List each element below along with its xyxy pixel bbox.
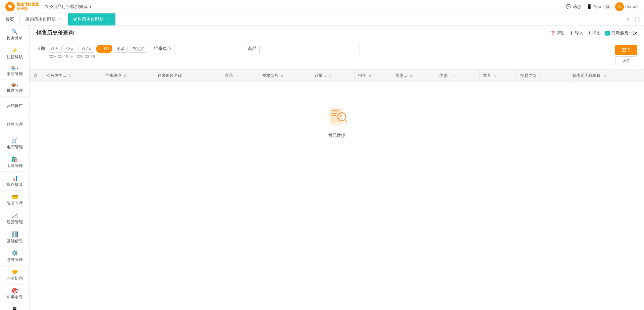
col-partner-name-label: 往来单位名称 [158, 73, 182, 78]
data-table: ⚙ 业务发生... ⇅ 往来单位 ⇅ 往来单位名称 ⇅ [30, 70, 644, 82]
import-btn[interactable]: ⬆ 导入 [570, 30, 583, 36]
col-partner-name[interactable]: 往来单位名称 ⇅ [154, 70, 221, 82]
purchase-icon: 🛍️ [11, 156, 18, 162]
download-btn[interactable]: 📱 App下载 [587, 4, 610, 10]
col-trade-type[interactable]: 交易类型 ⇅ [517, 70, 569, 82]
tab-sales-history[interactable]: 销售历史价跟踪 ✕ [68, 13, 116, 25]
sidebar-item-basic-info[interactable]: ℹ️ 基础信息 [0, 228, 29, 247]
product-input[interactable]: ... [259, 45, 360, 54]
col-biz-date-sort: ⇅ [68, 74, 71, 78]
only-last-checkbox-area[interactable]: ✓ 只看最后一次 [605, 30, 637, 36]
setting-button[interactable]: 设置 [615, 56, 637, 65]
only-last-checkbox[interactable]: ✓ [605, 31, 610, 36]
main-layout: 🔍 搜索菜单 ⚡ 快捷导航 🏪 ▾ 零售管理 📦 ▴ 批发管理 营销推广 销售管… [0, 25, 644, 310]
user-area[interactable]: D demo2 [615, 2, 639, 11]
tab-sales-close[interactable]: ✕ [107, 17, 110, 21]
sidebar-item-finance[interactable]: 💳 资金管理 [0, 191, 29, 209]
product-filter-group: 商品 ... [248, 45, 360, 54]
sidebar-item-guide[interactable]: 🎯 新手引导 [0, 285, 29, 303]
date-btn-7days[interactable]: 近7天 [78, 45, 95, 53]
guide-icon: 🎯 [11, 288, 18, 294]
tab-close-btn[interactable]: ✕ [624, 15, 632, 23]
tab-maximize-btn[interactable]: ⛶ [633, 15, 641, 23]
date-options: 昨天 今天 近7天 近1月 更多 自定义 2023-02-18 至 2023-0… [48, 45, 147, 60]
sidebar-item-quick-nav[interactable]: ⚡ 快捷导航 [0, 44, 29, 63]
filter-row: 日期 昨天 今天 近7天 近1月 更多 自定义 2023-02-18 至 202… [36, 45, 637, 65]
col-product[interactable]: 商品 ⇅ [221, 70, 259, 82]
col-price[interactable]: 报价 ⇅ [355, 70, 392, 82]
sidebar-item-inventory[interactable]: 📊 库存核算 [0, 172, 29, 191]
tab-home[interactable]: 首页 [0, 13, 20, 25]
date-range: 2023-02-18 至 2023-03-18 [48, 54, 147, 60]
col-partner-name-sort: ⇅ [184, 74, 187, 78]
svg-rect-2 [331, 110, 339, 111]
svg-rect-4 [331, 115, 336, 116]
sidebar: 🔍 搜索菜单 ⚡ 快捷导航 🏪 ▾ 零售管理 📦 ▴ 批发管理 营销推广 销售管… [0, 25, 30, 310]
sidebar-item-app-center[interactable]: 📱 应用中心 [0, 303, 29, 310]
help-btn[interactable]: ❓ 帮助 [550, 30, 566, 36]
sidebar-item-enterprise[interactable]: 🤝 企业协同 [0, 266, 29, 285]
check-icon: ✓ [606, 31, 609, 35]
col-discount2[interactable]: 优惠... ⇅ [436, 70, 479, 82]
logo-icon: 畅 [5, 2, 15, 11]
table-area: ⚙ 业务发生... ⇅ 往来单位 ⇅ 往来单位名称 ⇅ [30, 70, 644, 310]
date-btn-custom[interactable]: 自定义 [129, 45, 147, 53]
date-btn-yesterday[interactable]: 昨天 [48, 45, 62, 53]
chevron-down-icon: ▾ [89, 4, 92, 9]
sidebar-basic-info-label: 基础信息 [7, 239, 23, 244]
date-filter-group: 日期 昨天 今天 近7天 近1月 更多 自定义 2023-02-18 至 202… [36, 45, 147, 60]
query-button[interactable]: 查询 [615, 45, 637, 55]
sidebar-item-retail-mgmt[interactable]: 🏪 ▾ 零售管理 [0, 63, 29, 80]
partner-filter-label: 往来单位 [154, 45, 171, 52]
date-filter-label: 日期 [36, 45, 45, 52]
sidebar-item-operations[interactable]: 📈 经营管理 [0, 209, 29, 228]
sidebar-search-menu-label: 搜索菜单 [7, 36, 23, 41]
sidebar-item-system[interactable]: ⚙️ 系统管理 [0, 247, 29, 266]
sidebar-item-marketing[interactable]: 营销推广 [0, 97, 29, 115]
top-bar-left: 畅 畅捷信好生意 标准版 办公用品行业模拟账套 ▾ [5, 2, 94, 11]
sidebar-item-purchase[interactable]: 🛍️ 采购管理 [0, 153, 29, 172]
col-spec[interactable]: 规格型号 ⇅ [259, 70, 311, 82]
col-discount2-label: 优惠... [439, 73, 451, 78]
col-partner-code[interactable]: 往来单位 ⇅ [102, 70, 154, 82]
enterprise-icon: 🤝 [11, 269, 18, 275]
col-discount1[interactable]: 优惠... ⇅ [392, 70, 436, 82]
col-price-label: 报价 [358, 73, 366, 78]
help-icon: ❓ [550, 31, 555, 36]
message-btn[interactable]: 💬 消息 [566, 4, 581, 10]
tab-purchase-close[interactable]: ✕ [59, 17, 62, 21]
tab-sales-label: 销售历史价跟踪 [73, 16, 104, 22]
sidebar-item-search-menu[interactable]: 🔍 搜索菜单 [0, 25, 29, 44]
col-partner-code-label: 往来单位 [105, 73, 121, 78]
app-selector[interactable]: 办公用品行业模拟账套 ▾ [42, 2, 94, 11]
product-filter-label: 商品 [248, 45, 257, 52]
date-btn-more[interactable]: 更多 [114, 45, 128, 53]
sidebar-item-wholesale-mgmt[interactable]: 📦 ▴ 批发管理 [0, 80, 29, 97]
col-spec-sort: ⇅ [281, 74, 283, 78]
sidebar-marketing-label: 营销推广 [7, 103, 23, 109]
col-unit[interactable]: 计量... ⇅ [311, 70, 355, 82]
sidebar-item-sales-mgmt[interactable]: 销售管理 [0, 115, 29, 134]
settings-icon[interactable]: ⚙ [33, 73, 38, 79]
partner-input[interactable]: ... [174, 45, 241, 54]
col-pretax-price[interactable]: 优惠前无税单价 ⇅ [569, 70, 644, 82]
message-icon: 💬 [566, 4, 571, 9]
inventory-icon: 📊 [11, 175, 18, 181]
top-bar: 畅 畅捷信好生意 标准版 办公用品行业模拟账套 ▾ 💬 消息 📱 App下载 D… [0, 0, 644, 13]
import-label: 导入 [575, 30, 583, 36]
date-btns: 昨天 今天 近7天 近1月 更多 自定义 [48, 45, 147, 53]
col-biz-date[interactable]: 业务发生... ⇅ [43, 70, 102, 82]
tab-purchase-history[interactable]: 采购历史价跟踪 ✕ [20, 13, 68, 25]
col-quantity-sort: ⇅ [493, 74, 496, 78]
partner-placeholder: ... [177, 47, 181, 52]
date-btn-1month[interactable]: 近1月 [96, 45, 113, 53]
date-btn-today[interactable]: 今天 [63, 45, 77, 53]
help-label: 帮助 [557, 30, 566, 36]
sidebar-item-ecommerce[interactable]: 🛒 电商管理 [0, 134, 29, 153]
col-discount2-sort: ⇅ [453, 74, 456, 78]
col-unit-label: 计量... [315, 73, 326, 78]
tab-home-label: 首页 [5, 16, 14, 22]
col-quantity[interactable]: 数量 ⇅ [479, 70, 517, 82]
export-btn[interactable]: ⬇ 导出 [587, 30, 601, 36]
operations-icon: 📈 [11, 212, 18, 219]
